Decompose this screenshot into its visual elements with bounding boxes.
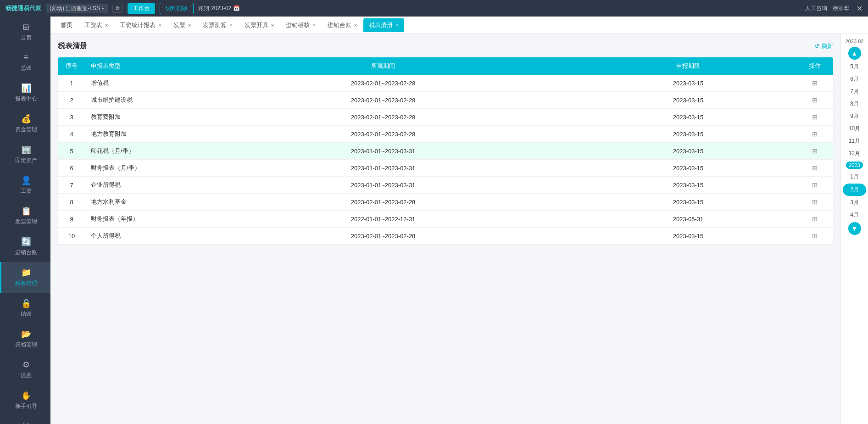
cell-action: ⊞ — [796, 228, 833, 245]
sidebar-label-fund: 资金管理 — [15, 126, 37, 134]
tab-close-purchase-check[interactable]: × — [312, 22, 315, 28]
sidebar-item-report[interactable]: 📊 报表中心 — [0, 78, 50, 108]
workbench-button[interactable]: 工作台 — [128, 3, 155, 14]
date-month-1[interactable]: 1月 — [841, 171, 868, 183]
sidebar-item-asset[interactable]: 🏢 固定资产 — [0, 139, 50, 170]
tab-invoice-calc[interactable]: 发票测算 × — [197, 18, 238, 32]
calendar-icon[interactable]: 📅 — [233, 5, 240, 11]
tab-invoice[interactable]: 发票 × — [168, 18, 196, 32]
sidebar-item-newguide[interactable]: ✋ 新手引导 — [0, 385, 50, 416]
date-sidebar-header: 2023.02 — [844, 37, 866, 46]
date-month-12[interactable]: 12月 — [841, 147, 868, 160]
date-month-9[interactable]: 9月 — [841, 110, 868, 123]
date-month-8[interactable]: 8月 — [841, 98, 868, 110]
sidebar-item-home[interactable]: ⊞ 首页 — [0, 17, 50, 47]
tab-close-tax-list[interactable]: × — [395, 22, 398, 28]
page-content: 税表清册 ↺ 刷新 序号 申报表类型 所属期间 申报期限 操作 — [50, 34, 868, 424]
cell-action: ⊞ — [796, 194, 833, 211]
table-row: 3 教育费附加 2023-02-01~2023-02-28 2023-03-15… — [58, 109, 833, 126]
settings-icon: ⚙ — [22, 360, 30, 370]
cell-type: 教育费附加 — [85, 109, 186, 126]
home-icon: ⊞ — [22, 22, 29, 32]
view-icon[interactable]: ⊞ — [812, 181, 818, 189]
sidebar-item-close[interactable]: 🔒 结账 — [0, 293, 50, 324]
user-profile[interactable]: 徐添华 — [833, 5, 849, 12]
sidebar-item-wage[interactable]: 👤 工资 — [0, 170, 50, 201]
cell-period: 2023-02-01~2023-02-28 — [186, 228, 580, 245]
tab-tax-list[interactable]: 税表清册 × — [363, 18, 404, 32]
ledger-icon: ≡ — [23, 53, 28, 62]
cell-no: 7 — [58, 177, 85, 194]
date-down-button[interactable]: ▼ — [848, 222, 861, 235]
sidebar-item-invoice[interactable]: 📋 发票管理 — [0, 201, 50, 231]
date-month-2-active[interactable]: 2月 — [843, 184, 866, 196]
view-icon[interactable]: ⊞ — [812, 113, 818, 121]
cell-deadline: 2023-03-15 — [580, 143, 796, 160]
sidebar-item-archive[interactable]: 📂 归档管理 — [0, 324, 50, 354]
view-icon[interactable]: ⊞ — [812, 79, 818, 87]
cell-deadline: 2023-03-15 — [580, 160, 796, 177]
sidebar-item-ledger[interactable]: ≡ 总账 — [0, 47, 50, 78]
sidebar-item-settings[interactable]: ⚙ 设置 — [0, 354, 50, 385]
date-up-button[interactable]: ▲ — [848, 47, 861, 60]
main-panel: 税表清册 ↺ 刷新 序号 申报表类型 所属期间 申报期限 操作 — [50, 34, 840, 424]
sidebar-item-tax[interactable]: 📁 税务管理 — [0, 262, 50, 293]
tab-home[interactable]: 首页 — [55, 18, 78, 32]
tab-close-wage[interactable]: × — [105, 22, 108, 28]
date-month-7[interactable]: 7月 — [841, 85, 868, 98]
date-month-6[interactable]: 6月 — [841, 73, 868, 85]
cell-no: 1 — [58, 75, 85, 92]
sidebar-label-report: 报表中心 — [15, 95, 37, 103]
sidebar-label-home: 首页 — [21, 34, 32, 42]
consult-button[interactable]: 人工咨询 — [805, 5, 827, 12]
company-selector[interactable]: (勿动) 江西服宝-LSS ▾ — [46, 4, 108, 13]
cell-deadline: 2023-03-15 — [580, 92, 796, 109]
cell-period: 2023-01-01~2023-03-31 — [186, 143, 580, 160]
company-name: (勿动) 江西服宝-LSS — [50, 5, 100, 12]
tab-purchase-ledger[interactable]: 进销台账 × — [322, 18, 362, 32]
sidebar-item-purchase[interactable]: 🔄 进销台账 — [0, 231, 50, 262]
sidebar-item-member[interactable]: V 畅会员 — [0, 416, 50, 424]
date-month-5[interactable]: 5月 — [841, 61, 868, 73]
sidebar-label-purchase: 进销台账 — [15, 249, 37, 257]
cell-action: ⊞ — [796, 177, 833, 194]
copy-button[interactable]: ⧉ — [112, 4, 123, 13]
cell-no: 9 — [58, 211, 85, 228]
cell-deadline: 2023-03-15 — [580, 75, 796, 92]
refresh-icon: ↺ — [814, 43, 819, 50]
sidebar-item-fund[interactable]: 💰 资金管理 — [0, 108, 50, 139]
col-type: 申报表类型 — [85, 57, 186, 75]
view-icon[interactable]: ⊞ — [812, 164, 818, 172]
view-icon[interactable]: ⊞ — [812, 147, 818, 155]
tab-close-wage-stat[interactable]: × — [158, 22, 161, 28]
cell-period: 2023-02-01~2023-02-28 — [186, 75, 580, 92]
cell-action: ⊞ — [796, 126, 833, 143]
date-month-4[interactable]: 4月 — [841, 209, 868, 221]
date-month-10[interactable]: 10月 — [841, 123, 868, 135]
tab-close-invoice[interactable]: × — [188, 22, 191, 28]
view-icon[interactable]: ⊞ — [812, 130, 818, 138]
tab-wage-stat[interactable]: 工资统计报表 × — [114, 18, 167, 32]
date-month-3[interactable]: 3月 — [841, 196, 868, 209]
window-close-button[interactable]: ✕ — [857, 4, 862, 13]
tab-close-invoice-open[interactable]: × — [271, 22, 274, 28]
view-icon[interactable]: ⊞ — [812, 96, 818, 104]
cell-no: 5 — [58, 143, 85, 160]
archive-icon: 📂 — [21, 329, 31, 339]
tab-close-invoice-calc[interactable]: × — [229, 22, 232, 28]
date-month-11[interactable]: 11月 — [841, 135, 868, 147]
sidebar-label-newguide: 新手引导 — [15, 402, 37, 410]
cell-deadline: 2023-03-15 — [580, 109, 796, 126]
table-row: 7 企业所得税 2023-01-01~2023-03-31 2023-03-15… — [58, 177, 833, 194]
refresh-button[interactable]: ↺ 刷新 — [814, 42, 833, 50]
view-icon[interactable]: ⊞ — [812, 215, 818, 223]
tab-purchase-check[interactable]: 进销稽核 × — [280, 18, 321, 32]
view-icon[interactable]: ⊞ — [812, 232, 818, 240]
tax-icon: 📁 — [21, 268, 31, 278]
cell-deadline: 2023-03-15 — [580, 126, 796, 143]
tab-wage[interactable]: 工资表 × — [79, 18, 113, 32]
tab-close-purchase-ledger[interactable]: × — [354, 22, 357, 28]
view-icon[interactable]: ⊞ — [812, 198, 818, 206]
switch-old-button[interactable]: 切到旧版 — [160, 3, 194, 14]
tab-invoice-open[interactable]: 发票开具 × — [239, 18, 279, 32]
